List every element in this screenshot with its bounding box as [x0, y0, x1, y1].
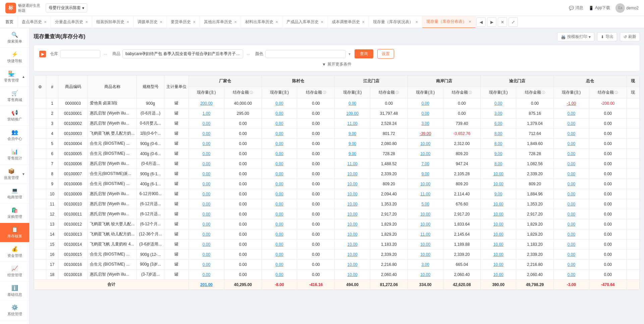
cell-nanan-qty[interactable]: 3.00 [408, 260, 443, 270]
tab-stock-distribution[interactable]: 现存量（库存分布表） ✕ [422, 16, 476, 28]
cell-yuibei-qty[interactable]: 8.00 [481, 129, 516, 139]
cell-jiangbei-qty[interactable]: 10.00 [335, 209, 370, 219]
product-input[interactable]: babycare孕妇待产包 春季入院全套母子组合孕妇产后冬季月子用品 22件套 … [122, 49, 243, 58]
cell-yuibei-qty[interactable]: 10.00 [481, 179, 516, 189]
tab-assembly[interactable]: 组装拆卸单历史 ✕ [92, 16, 133, 28]
th-settings[interactable]: ⚙ [34, 76, 46, 98]
cell-jiangbei-qty[interactable]: 9.00 [335, 149, 370, 159]
refresh-btn[interactable]: ↺ 刷新 [620, 32, 640, 41]
tab-product-in[interactable]: 产成品入库单历史 ✕ [282, 16, 328, 28]
cell-jiangbei-qty[interactable]: 9.00 [335, 129, 370, 139]
tab-inventory-check[interactable]: 盘点单历史 ✕ [18, 16, 51, 28]
cell-factory-qty[interactable]: 0.00 [189, 209, 224, 219]
color-input[interactable] [265, 50, 346, 58]
cell-nanan-qty[interactable]: 7.00 [408, 159, 443, 169]
cell-yuibei-qty[interactable]: 10.00 [481, 219, 516, 229]
cell-jiangbei-qty[interactable]: 10.00 [335, 239, 370, 249]
cell-yuibei-qty[interactable]: 10.00 [481, 169, 516, 179]
product-dots[interactable]: ··· [245, 52, 251, 56]
cell-jiangbei-qty[interactable]: 10.00 [335, 260, 370, 270]
cell-yuibei-qty[interactable]: 3.00 [481, 108, 516, 119]
close-icon[interactable]: ✕ [44, 20, 47, 24]
cell-factory-qty[interactable]: 0.00 [189, 179, 224, 189]
cell-chenhe-qty[interactable]: 0.00 [262, 169, 297, 179]
cell-factory-qty[interactable]: 0.00 [189, 169, 224, 179]
sidebar-item-quicknav[interactable]: ⚡ 快捷导航 [0, 48, 29, 67]
cell-factory-qty[interactable]: 0.00 [189, 229, 224, 239]
cell-total-qty[interactable]: -1.00 [554, 98, 589, 108]
cell-total-qty[interactable]: 0.00 [554, 149, 589, 159]
tab-expand-btn[interactable]: ⤢ [508, 17, 518, 27]
cell-yuibei-qty[interactable]: 10.00 [481, 239, 516, 249]
cell-factory-qty[interactable]: 0.00 [189, 249, 224, 260]
cell-chenhe-qty[interactable]: 0.00 [262, 119, 297, 129]
sidebar-item-system[interactable]: ⚙️ 系统管理 [0, 301, 29, 320]
cell-chenhe-qty[interactable]: 0.00 [262, 129, 297, 139]
cell-total-qty[interactable]: 0.00 [554, 199, 589, 209]
cell-nanan-qty[interactable]: 10.00 [408, 239, 443, 249]
cell-chenhe-qty[interactable]: 0.00 [262, 209, 297, 219]
close-icon[interactable]: ✕ [193, 20, 196, 24]
cell-total-qty[interactable]: 0.00 [554, 159, 589, 169]
cell-jiangbei-qty[interactable]: 10.00 [335, 189, 370, 199]
cell-factory-qty[interactable]: 0.00 [189, 239, 224, 249]
tab-material-out[interactable]: 材料出库单历史 ✕ [241, 16, 282, 28]
cell-nanan-qty[interactable]: 0.00 [408, 98, 443, 108]
cell-nanan-qty[interactable]: 11.00 [408, 189, 443, 199]
close-icon[interactable]: ✕ [126, 20, 129, 24]
tab-transfer[interactable]: 调拨单历史 ✕ [133, 16, 167, 28]
print-btn[interactable]: 🖨️ 按模板打印 ▾ [557, 32, 594, 41]
cell-chenhe-qty[interactable]: 0.00 [262, 179, 297, 189]
cell-factory-qty[interactable]: 0.00 [189, 119, 224, 129]
cell-chenhe-qty[interactable]: 0.00 [262, 189, 297, 199]
tab-requisition[interactable]: 要货单历史 ✕ [167, 16, 200, 28]
cell-total-qty[interactable]: 0.00 [554, 179, 589, 189]
tab-prev-btn[interactable]: ◀ [476, 17, 486, 27]
cell-total-qty[interactable]: 0.00 [554, 119, 589, 129]
cell-factory-qty[interactable]: 0.00 [189, 129, 224, 139]
cell-jiangbei-qty[interactable]: 0.00 [335, 98, 370, 108]
cell-chenhe-qty[interactable]: 0.00 [262, 249, 297, 260]
close-icon[interactable]: ✕ [321, 20, 323, 24]
sidebar-item-member[interactable]: 👥 会员中心 [0, 126, 29, 145]
color-dropdown-icon[interactable]: ▾ [348, 52, 351, 56]
cell-factory-qty[interactable]: 1.00 [189, 108, 224, 119]
cell-yuibei-qty[interactable]: 10.00 [481, 260, 516, 270]
cell-total-qty[interactable]: 0.00 [554, 229, 589, 239]
search-btn[interactable]: 查询 [355, 49, 373, 58]
sidebar-item-inventory[interactable]: 📋 库存核算 [0, 223, 29, 242]
cell-factory-qty[interactable]: 0.00 [189, 149, 224, 159]
cell-jiangbei-qty[interactable]: 109.00 [335, 108, 370, 119]
sidebar-item-base-info[interactable]: ℹ️ 基础信息 [0, 281, 29, 301]
cell-nanan-qty[interactable]: 10.00 [408, 270, 443, 280]
cell-jiangbei-qty[interactable]: 10.00 [335, 219, 370, 229]
collapse-btn[interactable]: ▶ [39, 51, 46, 57]
cell-nanan-qty[interactable]: -39.00 [408, 129, 443, 139]
cell-total-qty[interactable]: 0.00 [554, 169, 589, 179]
sum-total-qty[interactable]: -3.00 [554, 280, 589, 290]
cell-factory-qty[interactable]: 0.00 [189, 270, 224, 280]
tab-cost-adjust[interactable]: 成本调整单历史 ✕ [328, 16, 369, 28]
cell-total-qty[interactable]: 0.00 [554, 249, 589, 260]
sum-jiangbei-qty[interactable]: 494.00 [335, 280, 370, 290]
cell-nanan-qty[interactable]: 10.00 [408, 219, 443, 229]
message-btn[interactable]: 💬 消息 [569, 5, 583, 11]
cell-nanan-qty[interactable]: 9.00 [408, 169, 443, 179]
cell-factory-qty[interactable]: 0.00 [189, 189, 224, 199]
cell-yuibei-qty[interactable]: 6.00 [481, 119, 516, 129]
sum-nanan-qty[interactable]: 334.00 [408, 280, 443, 290]
cell-factory-qty[interactable]: 0.00 [189, 139, 224, 149]
cell-yuibei-qty[interactable]: 8.00 [481, 139, 516, 149]
cell-chenhe-qty[interactable]: 0.00 [262, 149, 297, 159]
setting-btn[interactable]: 设置 [377, 49, 394, 59]
cell-total-qty[interactable]: 0.00 [554, 129, 589, 139]
cell-nanan-qty[interactable]: 11.00 [408, 229, 443, 239]
cell-jiangbei-qty[interactable]: 9.00 [335, 139, 370, 149]
sidebar-item-marketing[interactable]: 📢 营销推广 [0, 106, 29, 126]
cell-chenhe-qty[interactable]: 0.00 [262, 219, 297, 229]
cell-nanan-qty[interactable]: 10.00 [408, 249, 443, 260]
cell-chenhe-qty[interactable]: 0.00 [262, 98, 297, 108]
tab-next-btn[interactable]: ▶ [487, 17, 496, 27]
sidebar-item-purchase[interactable]: 🛍️ 采购管理 [0, 203, 29, 223]
expand-more-btn[interactable]: ▼ 展开更多条件 [322, 61, 352, 67]
